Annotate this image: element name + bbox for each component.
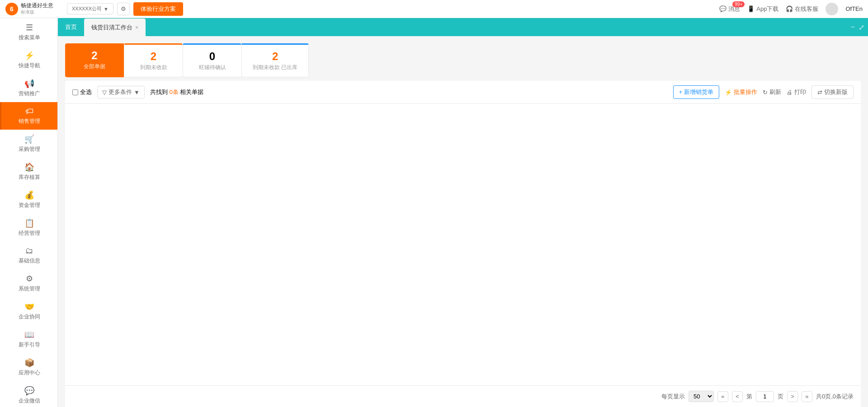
sidebar-item-label: 搜索菜单 [19, 34, 40, 42]
sidebar-item-label: 采购管理 [19, 145, 40, 153]
page-first-button[interactable]: « [717, 391, 728, 402]
enterprise-icon: 🤝 [24, 302, 34, 312]
tab-close-icon[interactable]: × [135, 24, 138, 31]
result-suffix: 相关单据 [180, 89, 203, 95]
logo-icon: 6 [5, 3, 18, 15]
sidebar: ☰ 搜索菜单 ⚡ 快捷导航 📢 营销推广 🏷 销售管理 🛒 采购管理 🏠 库存核… [0, 18, 58, 407]
tab-active[interactable]: 钱货日清工作台 × [84, 19, 146, 37]
sidebar-item-operations[interactable]: 📋 经营管理 [0, 214, 57, 242]
sidebar-item-label: 系统管理 [19, 285, 40, 293]
logo-text-area: 畅捷通好生意 标准版 [21, 2, 53, 16]
print-icon: 🖨 [787, 89, 793, 96]
result-count: 0条 [170, 89, 179, 95]
app-download-label: App下载 [756, 5, 778, 13]
switch-icon: ⇄ [817, 89, 822, 96]
finance-icon: 💰 [24, 190, 34, 200]
sales-icon: 🏷 [25, 107, 33, 116]
page-label-prefix: 第 [746, 393, 752, 401]
stat-overdue-uncollected[interactable]: 2 到期未收款 [124, 43, 183, 77]
result-prefix: 共找到 [150, 89, 168, 95]
page-size-select[interactable]: 20 50 100 [689, 391, 714, 402]
sidebar-item-sales[interactable]: 🏷 销售管理 [0, 102, 57, 130]
page-number-input[interactable] [756, 391, 774, 402]
guide-icon: 📖 [24, 330, 34, 340]
toolbar-right: + 新增销货单 ⚡ 批量操作 ↻ 刷新 🖨 打印 ⇄ [673, 85, 854, 99]
sidebar-item-quicknav[interactable]: ⚡ 快捷导航 [0, 46, 57, 74]
select-all-checkbox[interactable] [72, 89, 78, 95]
select-all-label: 全选 [80, 88, 92, 96]
filter-button[interactable]: ▽ 更多条件 ▼ [97, 86, 145, 98]
system-icon: ⚙ [26, 274, 33, 284]
sidebar-item-label: 营销推广 [19, 90, 40, 98]
operations-icon: 📋 [24, 218, 34, 228]
print-button[interactable]: 🖨 打印 [787, 88, 806, 96]
message-icon: 💬 [719, 5, 726, 12]
message-button[interactable]: 💬 消息 99+ [719, 5, 740, 13]
experience-button[interactable]: 体验行业方案 [133, 2, 183, 16]
batch-label: 批量操作 [734, 88, 757, 96]
add-sale-order-button[interactable]: + 新增销货单 [673, 85, 719, 99]
stat-wangfu-pending[interactable]: 0 旺辅待确认 [183, 43, 241, 77]
marketing-icon: 📢 [24, 79, 34, 89]
wechat-icon: 💬 [24, 386, 34, 396]
tab-maximize-icon[interactable]: ⤢ [859, 23, 864, 32]
tab-active-label: 钱货日清工作台 [91, 23, 132, 32]
refresh-icon: ↻ [763, 89, 768, 96]
select-all-checkbox-label[interactable]: 全选 [72, 88, 92, 96]
sidebar-item-label: 资金管理 [19, 201, 40, 209]
stats-row: 2 全部单据 2 到期未收款 0 旺辅待确认 2 到期未收款 已出库 [58, 36, 868, 77]
toolbar-left: 全选 ▽ 更多条件 ▼ 共找到 0条 相关单据 [72, 86, 203, 98]
sidebar-item-system[interactable]: ⚙ 系统管理 [0, 269, 57, 297]
sidebar-item-label: 应用中心 [19, 369, 40, 377]
page-prev-button[interactable]: < [732, 391, 743, 402]
sidebar-item-apps[interactable]: 📦 应用中心 [0, 353, 57, 381]
top-bar-right: 💬 消息 99+ 📱 App下载 🎧 在线客服 OfTEn [719, 3, 863, 15]
settings-button[interactable]: ⚙ [117, 3, 130, 15]
page-next-button[interactable]: > [787, 391, 798, 402]
stat-overdue-unshipped[interactable]: 2 到期未收款 已出库 [241, 43, 309, 77]
stat-all-orders-number: 2 [91, 49, 97, 62]
online-service-button[interactable]: 🎧 在线客服 [786, 5, 818, 13]
top-bar-left: 6 畅捷通好生意 标准版 XXXXXX公司 ▼ ⚙ 体验行业方案 [5, 2, 183, 16]
company-name: XXXXXX公司 [72, 5, 102, 12]
sidebar-item-label: 基础信息 [19, 257, 40, 265]
app-download-button[interactable]: 📱 App下载 [747, 5, 778, 13]
inventory-icon: 🏠 [24, 162, 34, 172]
page-size-label: 每页显示 [661, 393, 685, 401]
dropdown-arrow: ▼ [104, 6, 108, 12]
tab-bar: 首页 钱货日清工作台 × − ⤢ [58, 18, 868, 36]
company-selector[interactable]: XXXXXX公司 ▼ [67, 3, 113, 14]
sidebar-item-finance[interactable]: 💰 资金管理 [0, 186, 57, 214]
message-badge: 99+ [732, 1, 745, 7]
sidebar-item-label: 快捷导航 [19, 62, 40, 70]
switch-version-button[interactable]: ⇄ 切换新版 [811, 85, 854, 99]
sidebar-item-marketing[interactable]: 📢 营销推广 [0, 74, 57, 102]
sidebar-item-label: 企业协同 [19, 313, 40, 321]
user-name[interactable]: OfTEn [845, 5, 863, 12]
tab-minimize-icon[interactable]: − [851, 23, 855, 32]
result-text: 共找到 0条 相关单据 [150, 88, 203, 96]
tab-home[interactable]: 首页 [58, 18, 84, 36]
sidebar-item-label: 库存核算 [19, 173, 40, 181]
pagination-summary: 共0页,0条记录 [816, 393, 854, 401]
page-last-button[interactable]: » [802, 391, 812, 402]
avatar[interactable] [826, 3, 838, 15]
batch-operation-button[interactable]: ⚡ 批量操作 [725, 88, 757, 96]
sidebar-item-purchase[interactable]: 🛒 采购管理 [0, 130, 57, 158]
sidebar-item-label: 经营管理 [19, 229, 40, 237]
sidebar-item-wechat[interactable]: 💬 企业微信 [0, 381, 57, 407]
stat-all-orders[interactable]: 2 全部单据 [65, 43, 124, 77]
logo-text: 畅捷通好生意 [21, 2, 53, 9]
stat-wangfu-pending-number: 0 [209, 50, 215, 63]
logo-area: 6 畅捷通好生意 标准版 [5, 2, 63, 16]
main-layout: ☰ 搜索菜单 ⚡ 快捷导航 📢 营销推广 🏷 销售管理 🛒 采购管理 🏠 库存核… [0, 18, 868, 407]
sidebar-item-guide[interactable]: 📖 新手引导 [0, 325, 57, 353]
refresh-button[interactable]: ↻ 刷新 [763, 88, 781, 96]
filter-arrow-icon: ▼ [134, 89, 140, 96]
sidebar-item-search[interactable]: ☰ 搜索菜单 [0, 18, 57, 46]
sidebar-item-basic-info[interactable]: 🗂 基础信息 [0, 242, 57, 269]
logo-tag: 标准版 [21, 9, 53, 15]
sidebar-item-inventory[interactable]: 🏠 库存核算 [0, 158, 57, 186]
sidebar-item-enterprise[interactable]: 🤝 企业协同 [0, 297, 57, 325]
batch-icon: ⚡ [725, 89, 732, 96]
